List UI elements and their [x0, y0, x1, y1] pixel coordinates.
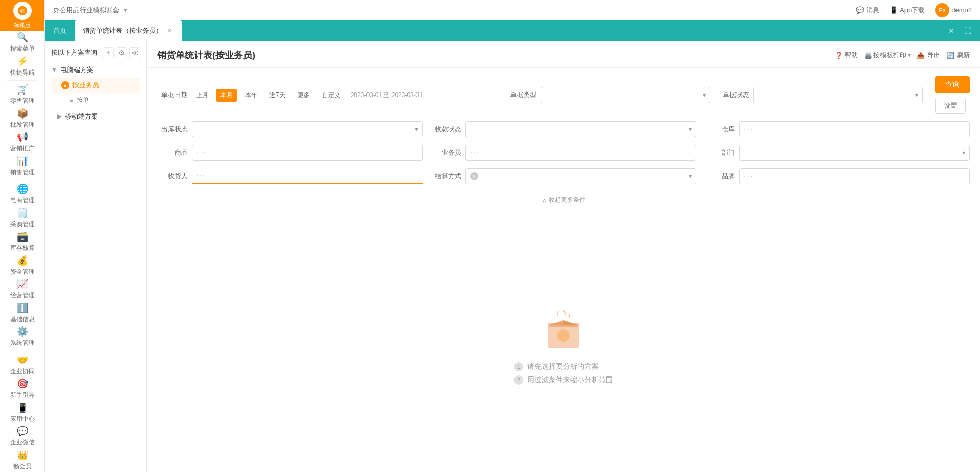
sidebar-item-cooperation[interactable]: 🤝 企业协同 — [0, 353, 45, 377]
form-row-3: 商品 ··· 业务员 ··· 部门 — [157, 145, 970, 161]
sidebar-item-quicknav[interactable]: ⚡ 快捷导航 — [0, 55, 45, 79]
fullscreen-action[interactable]: ⛶ — [962, 25, 974, 37]
edit-scheme-button[interactable]: ⚙ — [116, 47, 127, 58]
doc-status-field: 单据状态 ▾ — [719, 87, 923, 103]
tab-home[interactable]: 首页 — [45, 20, 75, 41]
refresh-button[interactable]: 🔄 刷新 — [946, 51, 970, 60]
dept-select[interactable]: ▾ — [739, 145, 970, 161]
export-button[interactable]: 📤 导出 — [917, 51, 940, 60]
sidebar-item-label: 畅会员 — [13, 462, 32, 471]
close-tab-action[interactable]: ✕ — [945, 25, 958, 37]
sidebar-item-operation[interactable]: 📈 经营管理 — [0, 277, 45, 301]
hint-num-2: 2 — [514, 375, 523, 385]
user-menu[interactable]: Ea demo2 — [935, 3, 972, 17]
scheme-item-by-staff[interactable]: ● 按业务员 — [51, 78, 140, 93]
doc-status-label: 单据状态 — [719, 90, 749, 100]
sidebar-item-marketing[interactable]: 📢 营销推广 — [0, 130, 45, 154]
download-icon: 📱 — [890, 6, 898, 14]
sidebar-item-label: 基础信息 — [10, 315, 35, 324]
brand-input[interactable]: ··· — [739, 168, 970, 184]
date-filter-group: 上月 本月 本年 近7天 更多 自定义 2023-03-01 至 2023-03… — [192, 89, 498, 102]
sidebar-item-appcenter[interactable]: 📱 应用中心 — [0, 401, 45, 425]
print-dropdown-icon[interactable]: ▾ — [908, 52, 911, 59]
sidebar: 畅 标账版 🔍 搜索菜单 ⚡ 快捷导航 🛒 零售管理 📦 批发管理 📢 营销推广… — [0, 0, 45, 472]
cooperation-icon: 🤝 — [17, 355, 28, 366]
ship-status-label: 出库状态 — [157, 125, 188, 134]
settlement-field: 结算方式 × ▾ — [431, 168, 696, 184]
collapse-icon: ∧ — [542, 197, 547, 204]
settlement-select[interactable]: × ▾ — [465, 168, 696, 184]
doc-status-select[interactable]: ▾ — [753, 87, 923, 103]
scheme-sub-item-label: 按单 — [77, 96, 89, 104]
goods-input[interactable]: ··· — [192, 145, 423, 161]
doc-type-label: 单据类型 — [506, 90, 536, 100]
sidebar-item-newguide[interactable]: 🎯 新手引导 — [0, 377, 45, 401]
mobile-scheme-arrow: ▶ — [57, 113, 62, 120]
scheme-sub-item-by-order[interactable]: ≡ 按单 — [51, 93, 140, 107]
print-button[interactable]: 🖨️ 按模板打印 ▾ — [864, 51, 911, 60]
receiver-input[interactable]: ··· — [192, 168, 423, 184]
date-btn-7days[interactable]: 近7天 — [265, 89, 289, 102]
date-btn-custom[interactable]: 自定义 — [318, 89, 345, 102]
doc-type-select[interactable]: ▾ — [541, 87, 710, 103]
tab-close-button[interactable]: ✕ — [165, 27, 174, 35]
message-button[interactable]: 💬 消息 — [856, 6, 879, 15]
svg-line-9 — [557, 311, 558, 316]
sidebar-item-inventory[interactable]: 🗃️ 库存核算 — [0, 230, 45, 254]
payment-status-dropdown-icon: ▾ — [689, 126, 692, 133]
app-download-button[interactable]: 📱 App下载 — [890, 6, 925, 15]
form-row-2: 出库状态 ▾ 收款状态 ▾ 仓库 — [157, 121, 970, 137]
divider — [7, 351, 38, 351]
staff-input[interactable]: ··· — [465, 145, 696, 161]
sidebar-item-member[interactable]: 👑 畅会员 — [0, 449, 45, 472]
sidebar-item-purchase[interactable]: 🗒️ 采购管理 — [0, 206, 45, 230]
collapse-row[interactable]: ∧ 收起更多条件 — [157, 192, 970, 208]
date-btn-this-year[interactable]: 本年 — [241, 89, 261, 102]
sidebar-item-basic[interactable]: ℹ️ 基础信息 — [0, 301, 45, 325]
tab-sales-stat[interactable]: 销货单统计表（按业务员） ✕ — [75, 20, 182, 41]
empty-state: 1 请先选择要分析的方案 2 用过滤条件来缩小分析范围 — [147, 217, 980, 472]
empty-hint-2: 2 用过滤条件来缩小分析范围 — [514, 375, 613, 385]
app-download-label: App下载 — [900, 6, 925, 15]
doc-title: 办公用品行业模拟账套 — [53, 6, 119, 15]
setting-button[interactable]: 设置 — [935, 98, 966, 114]
date-btn-this-month[interactable]: 本月 — [216, 89, 237, 102]
retail-icon: 🛒 — [17, 84, 28, 95]
sidebar-item-corpwx[interactable]: 💬 企业微信 — [0, 424, 45, 449]
logo-text: 标账版 — [14, 21, 31, 29]
payment-status-select[interactable]: ▾ — [465, 121, 696, 137]
corpwx-icon: 💬 — [17, 426, 28, 437]
sidebar-item-finance[interactable]: 💰 资金管理 — [0, 254, 45, 278]
help-button[interactable]: ❓ 帮助 — [835, 51, 858, 60]
settlement-dropdown-icon: ▾ — [689, 173, 692, 180]
ship-status-select[interactable]: ▾ — [192, 121, 423, 137]
collapse-label: 收起更多条件 — [549, 196, 585, 204]
collapse-panel-button[interactable]: ≪ — [129, 47, 140, 58]
receiver-label: 收货人 — [157, 172, 188, 181]
scheme-item-label: 按业务员 — [72, 81, 99, 90]
sidebar-item-system[interactable]: ⚙️ 系统管理 — [0, 325, 45, 349]
sidebar-item-label: 企业微信 — [10, 438, 35, 447]
add-scheme-button[interactable]: ＋ — [103, 47, 114, 58]
goods-field: 商品 ··· — [157, 145, 423, 161]
sidebar-item-ecommerce[interactable]: 🌐 电商管理 — [0, 182, 45, 206]
topbar-dropdown-icon[interactable]: ▾ — [124, 6, 127, 14]
date-btn-last-month[interactable]: 上月 — [192, 89, 212, 102]
sidebar-item-search[interactable]: 🔍 搜索菜单 — [0, 31, 45, 55]
date-btn-more[interactable]: 更多 — [293, 89, 314, 102]
warehouse-input[interactable]: ··· — [739, 121, 970, 137]
sidebar-item-label: 应用中心 — [10, 415, 35, 423]
basic-icon: ℹ️ — [17, 302, 28, 314]
desktop-scheme-toggle[interactable]: ▼ 电脑端方案 — [51, 62, 140, 78]
quicknav-icon: ⚡ — [17, 56, 28, 67]
sidebar-item-retail[interactable]: 🛒 零售管理 — [0, 83, 45, 107]
filter-left-header: 按以下方案查询 ＋ ⚙ ≪ — [45, 47, 146, 62]
filter-left-panel: 按以下方案查询 ＋ ⚙ ≪ ▼ 电脑端方案 ● 按业务员 — [45, 41, 147, 472]
mobile-scheme-toggle[interactable]: ▶ 移动端方案 — [51, 109, 140, 124]
sidebar-item-sales[interactable]: 📊 销售管理 — [0, 154, 45, 178]
query-button[interactable]: 查询 — [935, 76, 970, 93]
settlement-clear-button[interactable]: × — [470, 172, 478, 180]
sidebar-item-wholesale[interactable]: 📦 批发管理 — [0, 106, 45, 130]
sidebar-item-label: 批发管理 — [10, 121, 35, 129]
goods-label: 商品 — [157, 148, 188, 157]
